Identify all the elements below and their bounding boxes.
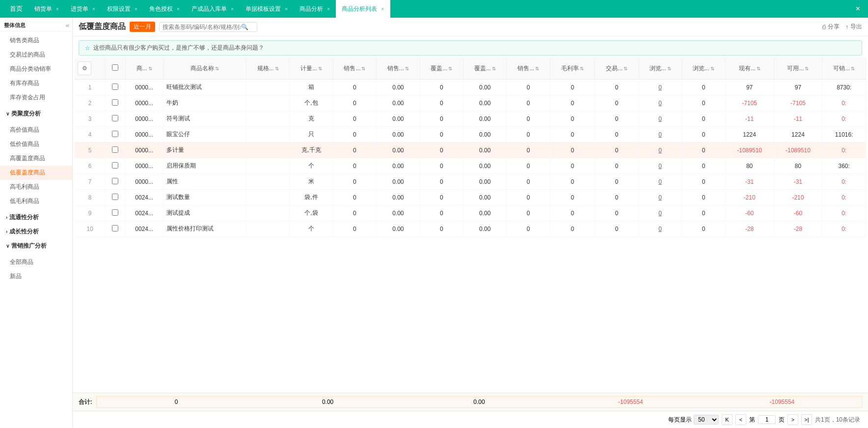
- nav-purchase[interactable]: 进货单 ×: [65, 0, 101, 18]
- row-spec: [246, 174, 289, 190]
- col-sales-amt[interactable]: 销售...⇅: [377, 57, 420, 80]
- nav-sales-close[interactable]: ×: [56, 6, 59, 12]
- nav-home[interactable]: 首页: [4, 0, 28, 18]
- sidebar-item-new-goods[interactable]: 新品: [0, 269, 72, 284]
- row-browse1[interactable]: 0: [638, 205, 681, 221]
- col-stock-current[interactable]: 现有...⇅: [725, 57, 774, 80]
- column-settings-icon[interactable]: ⚙: [78, 61, 91, 75]
- sidebar-item-in-stock[interactable]: 有库存商品: [0, 76, 72, 90]
- sidebar-item-high-margin[interactable]: 高毛利商品: [0, 180, 72, 194]
- row-checkbox[interactable]: [106, 190, 125, 205]
- sidebar-section-cluster[interactable]: ∨ 类聚度分析: [0, 107, 72, 121]
- col-settings[interactable]: ⚙: [75, 57, 106, 80]
- sidebar-item-low-margin[interactable]: 低毛利商品: [0, 194, 72, 208]
- sidebar-item-high-coverage[interactable]: 高覆盖度商品: [0, 151, 72, 166]
- sidebar-item-low-value[interactable]: 低价值商品: [0, 137, 72, 151]
- row-browse2: 0: [682, 95, 725, 111]
- row-sales3: 0: [507, 158, 550, 174]
- sidebar-item-category-rate[interactable]: 商品分类动销率: [0, 62, 72, 76]
- sidebar-item-low-coverage[interactable]: 低覆盖度商品: [0, 166, 72, 180]
- row-checkbox[interactable]: [106, 95, 125, 111]
- col-trade[interactable]: 交易...⇅: [595, 57, 638, 80]
- nav-permission[interactable]: 权限设置 ×: [101, 0, 143, 18]
- nav-role-close[interactable]: ×: [177, 6, 180, 12]
- row-browse1[interactable]: 0: [638, 143, 681, 158]
- row-checkbox[interactable]: [106, 143, 125, 158]
- page-number-input[interactable]: [758, 415, 776, 424]
- col-cover2[interactable]: 覆盖...⇅: [463, 57, 507, 80]
- sidebar-collapse-btn[interactable]: «: [66, 22, 69, 29]
- nav-goods-analysis-close[interactable]: ×: [327, 6, 330, 12]
- select-all-checkbox[interactable]: [112, 64, 118, 71]
- row-checkbox[interactable]: [106, 127, 125, 143]
- col-browse1[interactable]: 浏览...⇅: [638, 57, 681, 80]
- col-name[interactable]: 商品名称⇅: [163, 57, 246, 80]
- share-button[interactable]: ⎙ 分享: [822, 23, 840, 31]
- nav-template-close[interactable]: ×: [285, 6, 288, 12]
- row-browse2: 0: [682, 174, 725, 190]
- global-close-button[interactable]: ×: [852, 4, 864, 13]
- nav-permission-close[interactable]: ×: [135, 6, 137, 12]
- row-browse1[interactable]: 0: [638, 111, 681, 127]
- nav-role[interactable]: 角色授权 ×: [143, 0, 186, 18]
- col-spec[interactable]: 规格...⇅: [246, 57, 289, 80]
- row-checkbox[interactable]: [106, 221, 125, 237]
- row-stock-avail: -11: [774, 111, 822, 127]
- row-browse1[interactable]: 0: [638, 95, 681, 111]
- nav-product-warehouse-close[interactable]: ×: [231, 6, 234, 12]
- row-sales3: 0: [507, 221, 550, 237]
- col-browse2[interactable]: 浏览...⇅: [682, 57, 725, 80]
- last-page-button[interactable]: >|: [801, 414, 812, 425]
- col-stock-sale[interactable]: 可销...⇅: [822, 57, 866, 80]
- col-checkbox[interactable]: [106, 57, 125, 80]
- nav-goods-analysis-list-close[interactable]: ×: [381, 6, 384, 12]
- row-checkbox[interactable]: [106, 158, 125, 174]
- nav-template[interactable]: 单据模板设置 ×: [240, 0, 294, 18]
- nav-goods-analysis[interactable]: 商品分析 ×: [294, 0, 336, 18]
- row-checkbox[interactable]: [106, 205, 125, 221]
- page-label-post: 页: [779, 416, 785, 424]
- row-browse1[interactable]: 0: [638, 158, 681, 174]
- next-page-button[interactable]: >: [787, 414, 798, 425]
- col-cover1[interactable]: 覆盖...⇅: [420, 57, 463, 80]
- row-name: 测试数量: [163, 190, 246, 205]
- sidebar: 整体信息 « 销售类商品 交易过的商品 商品分类动销率 有库存商品 库存资金占用…: [0, 18, 73, 428]
- col-unit[interactable]: 计量...⇅: [290, 57, 333, 80]
- row-browse1[interactable]: 0: [638, 174, 681, 190]
- sidebar-section-flow[interactable]: › 流通性分析: [0, 210, 72, 225]
- search-input[interactable]: [163, 24, 241, 30]
- row-sales-qty: 0: [333, 143, 376, 158]
- sidebar-section-growth[interactable]: › 成长性分析: [0, 225, 72, 239]
- export-button[interactable]: ↑ 导出: [845, 23, 862, 31]
- row-checkbox[interactable]: [106, 80, 125, 95]
- nav-purchase-close[interactable]: ×: [92, 6, 95, 12]
- search-icon[interactable]: 🔍: [241, 24, 248, 30]
- nav-product-warehouse[interactable]: 产成品入库单 ×: [186, 0, 240, 18]
- row-browse1[interactable]: 0: [638, 80, 681, 95]
- col-sales-qty[interactable]: 销售...⇅: [333, 57, 376, 80]
- row-browse1[interactable]: 0: [638, 127, 681, 143]
- col-sales3[interactable]: 销售...⇅: [507, 57, 550, 80]
- per-page-select[interactable]: 50 10 20 100: [694, 415, 719, 425]
- row-browse1[interactable]: 0: [638, 190, 681, 205]
- nav-goods-analysis-list[interactable]: 商品分析列表 ×: [336, 0, 390, 18]
- row-browse1[interactable]: 0: [638, 221, 681, 237]
- sidebar-section-marketing[interactable]: ∨ 营销推广分析: [0, 239, 72, 253]
- sidebar-item-traded-goods[interactable]: 交易过的商品: [0, 48, 72, 62]
- first-page-button[interactable]: K: [722, 414, 732, 425]
- sidebar-item-high-value[interactable]: 高价值商品: [0, 123, 72, 137]
- prev-page-button[interactable]: <: [735, 414, 746, 425]
- table-row: 6 0000... 启用保质期 个 0 0.00 0 0.00 0 0 0 0 …: [75, 158, 866, 174]
- row-spec: [246, 80, 289, 95]
- row-checkbox[interactable]: [106, 111, 125, 127]
- col-stock-avail[interactable]: 可用...⇅: [774, 57, 822, 80]
- date-filter-button[interactable]: 近一月: [130, 22, 155, 32]
- col-code[interactable]: 商...⇅: [125, 57, 163, 80]
- row-checkbox[interactable]: [106, 174, 125, 190]
- col-margin[interactable]: 毛利率⇅: [550, 57, 595, 80]
- sidebar-item-all-goods[interactable]: 全部商品: [0, 255, 72, 269]
- sidebar-item-stock-capital[interactable]: 库存资金占用: [0, 90, 72, 105]
- sidebar-item-sales-goods[interactable]: 销售类商品: [0, 33, 72, 48]
- nav-sales[interactable]: 销货单 ×: [28, 0, 65, 18]
- row-code: 0024...: [125, 221, 163, 237]
